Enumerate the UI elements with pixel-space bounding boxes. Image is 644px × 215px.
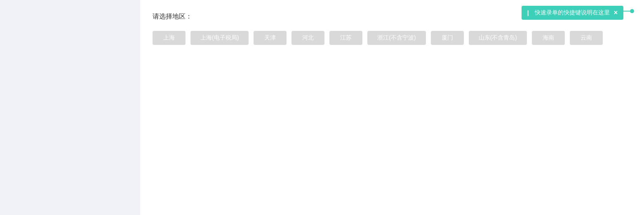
region-button-zhejiang[interactable]: 浙江(不含宁波): [367, 31, 425, 45]
region-button-shanghai[interactable]: 上海: [153, 31, 186, 45]
region-button-hebei[interactable]: 河北: [291, 31, 324, 45]
region-button-shanghai-etax[interactable]: 上海(电子税局): [190, 31, 249, 45]
region-button-jiangsu[interactable]: 江苏: [329, 31, 362, 45]
left-sidebar: [0, 0, 140, 215]
region-buttons-container: 上海上海(电子税局)天津河北江苏浙江(不含宁波)厦门山东(不含青岛)海南云南: [153, 31, 632, 45]
tooltip-connector-line: [623, 11, 630, 12]
tooltip-text: 快速录单的快捷键说明在这里: [535, 9, 610, 16]
region-button-xiamen[interactable]: 厦门: [431, 31, 464, 45]
tooltip-connector-dot: [630, 9, 634, 13]
tooltip-close-button[interactable]: ×: [614, 9, 618, 16]
region-button-hainan[interactable]: 海南: [532, 31, 565, 45]
tooltip-banner: 快速录单的快捷键说明在这里 ×: [522, 6, 623, 20]
main-content: 请选择地区： 上海上海(电子税局)天津河北江苏浙江(不含宁波)厦门山东(不含青岛…: [140, 0, 644, 215]
region-button-tianjin[interactable]: 天津: [254, 31, 287, 45]
region-button-shandong[interactable]: 山东(不含青岛): [469, 31, 527, 45]
region-button-yunnan[interactable]: 云南: [570, 31, 603, 45]
